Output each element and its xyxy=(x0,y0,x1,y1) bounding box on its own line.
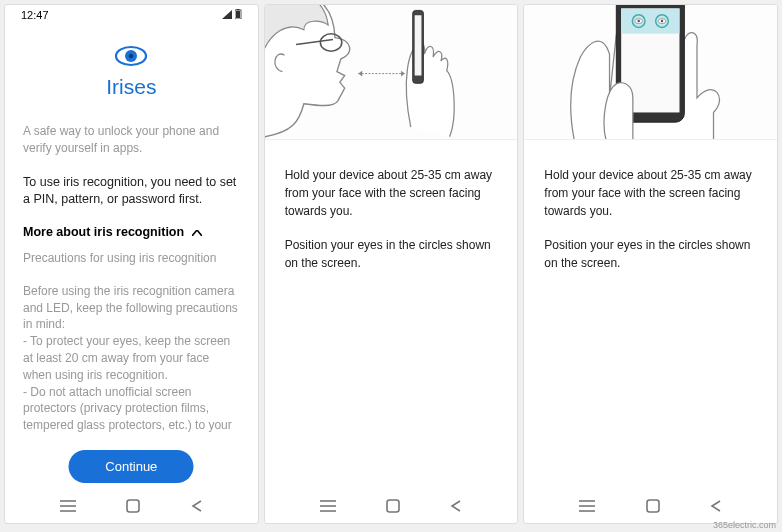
svg-rect-31 xyxy=(647,500,659,512)
illustration-front-view xyxy=(524,5,777,140)
nav-back[interactable] xyxy=(191,499,203,516)
screen-guide-front: Hold your device about 25-35 cm away fro… xyxy=(523,4,778,524)
nav-bar xyxy=(265,491,518,523)
svg-rect-17 xyxy=(387,500,399,512)
nav-home[interactable] xyxy=(646,499,660,516)
guide-content: Hold your device about 25-35 cm away fro… xyxy=(524,140,777,289)
eye-icon xyxy=(23,45,240,67)
description-text: A safe way to unlock your phone and veri… xyxy=(23,123,240,158)
nav-home[interactable] xyxy=(386,499,400,516)
guide-text-distance: Hold your device about 25-35 cm away fro… xyxy=(285,166,498,220)
content-area: Irises A safe way to unlock your phone a… xyxy=(5,25,258,523)
svg-rect-12 xyxy=(414,15,421,75)
status-bar: 12:47 xyxy=(5,5,258,25)
nav-recents[interactable] xyxy=(579,499,595,516)
svg-rect-1 xyxy=(236,9,239,10)
nav-recents[interactable] xyxy=(320,499,336,516)
expand-label: More about iris recognition xyxy=(23,225,184,239)
guide-text-position: Position your eyes in the circles shown … xyxy=(544,236,757,272)
watermark: 365electric.com xyxy=(713,520,776,530)
svg-point-25 xyxy=(638,20,641,23)
precautions-body: Before using the iris recognition camera… xyxy=(23,283,240,434)
expand-more-info[interactable]: More about iris recognition xyxy=(23,225,240,239)
nav-home[interactable] xyxy=(126,499,140,516)
page-title: Irises xyxy=(23,75,240,99)
nav-back[interactable] xyxy=(450,499,462,516)
status-icons xyxy=(222,9,242,21)
svg-point-26 xyxy=(661,20,664,23)
svg-rect-20 xyxy=(622,8,680,33)
precautions-header: Precautions for using iris recognition xyxy=(23,251,240,265)
screen-irises-setup: 12:47 Irises A safe way to unlock your p… xyxy=(4,4,259,524)
nav-back[interactable] xyxy=(710,499,722,516)
status-time: 12:47 xyxy=(21,9,49,21)
guide-content: Hold your device about 25-35 cm away fro… xyxy=(265,140,518,289)
svg-point-5 xyxy=(129,54,133,58)
chevron-up-icon xyxy=(192,225,202,239)
nav-bar xyxy=(524,491,777,523)
nav-recents[interactable] xyxy=(60,499,76,516)
precaution-item-2: - Do not attach unofficial screen protec… xyxy=(23,384,240,434)
guide-text-position: Position your eyes in the circles shown … xyxy=(285,236,498,272)
guide-text-distance: Hold your device about 25-35 cm away fro… xyxy=(544,166,757,220)
nav-bar xyxy=(5,491,258,523)
battery-icon xyxy=(235,9,242,21)
signal-icon xyxy=(222,10,232,21)
svg-rect-9 xyxy=(127,500,139,512)
screen-guide-side: Hold your device about 25-35 cm away fro… xyxy=(264,4,519,524)
precautions-intro: Before using the iris recognition camera… xyxy=(23,283,240,333)
svg-rect-2 xyxy=(236,11,240,18)
precaution-item-1: - To protect your eyes, keep the screen … xyxy=(23,333,240,383)
illustration-side-view xyxy=(265,5,518,140)
instruction-text: To use iris recognition, you need to set… xyxy=(23,174,240,209)
continue-button[interactable]: Continue xyxy=(69,450,194,483)
